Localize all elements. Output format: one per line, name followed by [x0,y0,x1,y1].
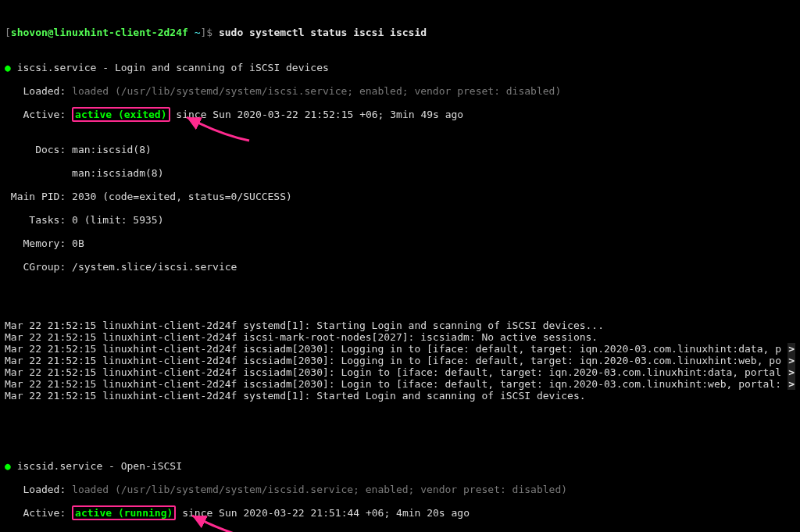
status-dot-icon: ● [5,62,11,73]
svc1-active: Active: active (exited) since Sun 2020-0… [5,109,795,132]
truncation-indicator-icon: > [788,366,795,378]
active-state-highlight: active (running) [72,505,176,520]
blank-line [5,425,795,437]
truncation-indicator-icon: > [788,378,795,390]
svc1-log: Mar 22 21:52:15 linuxhint-client-2d24f s… [5,320,795,402]
svc1-loaded: Loaded: loaded (/usr/lib/systemd/system/… [5,85,795,97]
svc1-docs1: Docs: man:iscsid(8) [5,144,795,155]
log-line: Mar 22 21:52:15 linuxhint-client-2d24f s… [5,320,795,331]
log-line: Mar 22 21:52:15 linuxhint-client-2d24f i… [5,355,795,366]
svc1-tasks: Tasks: 0 (limit: 5935) [5,214,795,226]
svc2-loaded: Loaded: loaded (/usr/lib/systemd/system/… [5,484,795,495]
terminal-root[interactable]: [shovon@linuxhint-client-2d24f ~]$ sudo … [0,0,800,532]
status-dot-icon: ● [5,460,11,472]
svc1-mainpid: Main PID: 2030 (code=exited, status=0/SU… [5,191,795,202]
svc1-header: ● iscsi.service - Login and scanning of … [5,62,795,73]
log-line: Mar 22 21:52:15 linuxhint-client-2d24f s… [5,390,795,402]
log-line: Mar 22 21:52:15 linuxhint-client-2d24f i… [5,331,795,343]
truncation-indicator-icon: > [788,355,795,366]
svc1-docs2: man:iscsiadm(8) [5,167,795,179]
log-line: Mar 22 21:52:15 linuxhint-client-2d24f i… [5,366,795,378]
active-state-highlight: active (exited) [72,107,170,122]
blank-line [5,284,795,296]
log-line: Mar 22 21:52:15 linuxhint-client-2d24f i… [5,378,795,390]
command-text: sudo systemctl status iscsi iscsid [219,27,427,38]
log-line: Mar 22 21:52:15 linuxhint-client-2d24f i… [5,343,795,355]
svc1-cgroup: CGroup: /system.slice/iscsi.service [5,261,795,273]
svc2-header: ● iscsid.service - Open-iSCSI [5,460,795,472]
prompt-line: [shovon@linuxhint-client-2d24f ~]$ sudo … [5,27,795,38]
truncation-indicator-icon: > [788,343,795,355]
svc1-memory: Memory: 0B [5,237,795,249]
svc2-active: Active: active (running) since Sun 2020-… [5,507,795,530]
